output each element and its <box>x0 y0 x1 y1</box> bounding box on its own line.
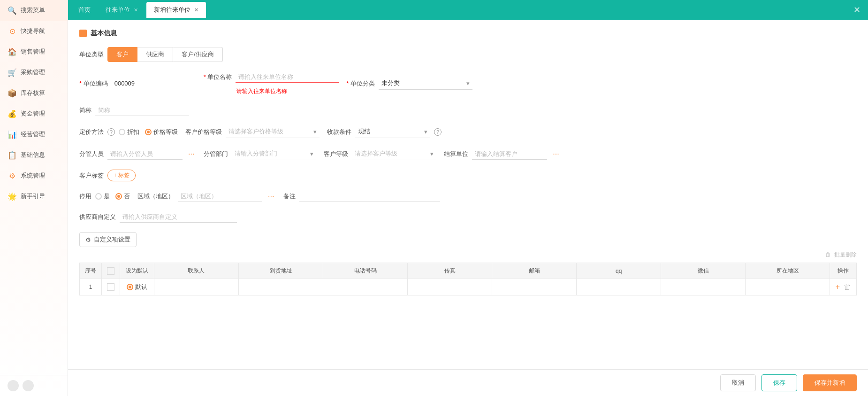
pricing-row: 定价方法 ? 折扣 价格等级 客户价格等级 请选择客户价格等级 <box>79 125 857 138</box>
select-all-checkbox[interactable] <box>107 267 114 275</box>
row-phone-input[interactable] <box>328 284 403 290</box>
settlement-input[interactable] <box>472 148 547 160</box>
custom-settings-button[interactable]: ⚙ 自定义项设置 <box>79 232 137 247</box>
unit-category-select[interactable]: 未分类 ▾ <box>379 77 472 90</box>
sidebar-item-finance[interactable]: 💰 资金管理 <box>0 103 68 124</box>
row-qq-input[interactable] <box>581 284 656 290</box>
row-default-label: 默认 <box>135 283 147 291</box>
abbr-input[interactable] <box>95 105 189 116</box>
search-icon: 🔍 <box>8 6 17 15</box>
row-email[interactable] <box>492 279 577 295</box>
pricing-radio-level[interactable]: 价格等级 <box>145 128 178 136</box>
tab-partners-label: 往来单位 <box>106 6 130 14</box>
sidebar-item-newbie[interactable]: 🌟 新手引导 <box>0 186 68 207</box>
pricing-radio-discount[interactable]: 折扣 <box>119 128 139 136</box>
type-btn-both[interactable]: 客户/供应商 <box>173 47 223 62</box>
sidebar-item-basic[interactable]: 📋 基础信息 <box>0 145 68 165</box>
disabled-row: 停用 是 否 区域（地区） ··· <box>79 191 857 202</box>
tab-partners-close[interactable]: ✕ <box>134 7 138 13</box>
type-btn-supplier[interactable]: 供应商 <box>137 47 173 62</box>
row-address[interactable] <box>239 279 323 295</box>
row-phone[interactable] <box>323 279 408 295</box>
basic-icon: 📋 <box>8 150 17 160</box>
tag-field: 客户标签 + 标签 <box>79 170 136 181</box>
payment-select[interactable]: 现结 ▾ <box>355 125 430 138</box>
tab-bar-close-all[interactable]: ✕ <box>850 5 864 15</box>
type-btn-customer[interactable]: 客户 <box>107 47 137 62</box>
row-contact[interactable] <box>154 279 238 295</box>
user-avatar <box>8 380 19 391</box>
notification-icon <box>23 380 34 391</box>
price-level-select[interactable]: 请选择客户价格等级 ▾ <box>226 125 320 138</box>
row-contact-input[interactable] <box>159 284 234 290</box>
sidebar-label-shortcut: 快捷导航 <box>21 27 45 35</box>
row-location-input[interactable] <box>750 284 825 290</box>
tab-new-partner-close[interactable]: ✕ <box>194 7 198 13</box>
manager-more-icon[interactable]: ··· <box>186 150 196 158</box>
row-seq: 1 <box>80 279 102 295</box>
manager-label: 分管人员 <box>79 150 104 158</box>
manager-row: 分管人员 ··· 分管部门 请输入分管部门 ▾ 客户等级 请选择客户等级 ▾ <box>79 148 857 160</box>
sidebar-item-purchase[interactable]: 🛒 采购管理 <box>0 62 68 83</box>
batch-delete-label[interactable]: 批量删除 <box>834 251 857 258</box>
row-delete-icon[interactable]: 🗑 <box>844 283 851 291</box>
customer-level-select[interactable]: 请选择客户等级 ▾ <box>352 148 436 160</box>
unit-code-input[interactable] <box>112 78 196 89</box>
row-default-circle <box>127 284 133 290</box>
unit-name-input[interactable] <box>236 71 339 83</box>
region-input[interactable] <box>178 191 262 202</box>
disabled-no[interactable]: 否 <box>115 192 130 201</box>
row-default-radio[interactable]: 默认 <box>125 283 149 291</box>
sidebar-item-sales[interactable]: 🏠 销售管理 <box>0 41 68 62</box>
row-wechat-input[interactable] <box>666 284 740 290</box>
save-new-button[interactable]: 保存并新增 <box>803 374 857 391</box>
dept-select[interactable]: 请输入分管部门 ▾ <box>232 148 316 160</box>
dept-label: 分管部门 <box>204 150 228 158</box>
row-wechat[interactable] <box>661 279 746 295</box>
sidebar-item-search[interactable]: 🔍 搜索菜单 <box>0 0 68 21</box>
row-qq[interactable] <box>577 279 661 295</box>
supplier-custom-label: 供应商自定义 <box>79 213 116 221</box>
save-button[interactable]: 保存 <box>761 374 797 391</box>
sidebar-item-inventory[interactable]: 📦 库存核算 <box>0 83 68 103</box>
tab-partners[interactable]: 往来单位 ✕ <box>98 2 145 18</box>
row-fax[interactable] <box>408 279 492 295</box>
unit-type-label: 单位类型 <box>79 50 104 59</box>
row-address-input[interactable] <box>244 284 318 290</box>
tag-row: 客户标签 + 标签 <box>79 170 857 181</box>
sidebar-item-operation[interactable]: 📊 经营管理 <box>0 124 68 145</box>
tab-home-label: 首页 <box>78 6 91 14</box>
unit-code-label: 单位编码 <box>79 79 108 88</box>
disabled-yes[interactable]: 是 <box>95 192 110 201</box>
row-checkbox-input[interactable] <box>107 283 114 291</box>
row-location[interactable] <box>746 279 830 295</box>
supplier-custom-row: 供应商自定义 <box>79 211 857 223</box>
price-level-label: 客户价格等级 <box>185 128 222 136</box>
code-name-category-row: 单位编码 单位名称 请输入往来单位名称 单位分类 未分类 ▾ <box>79 71 857 95</box>
sales-icon: 🏠 <box>8 47 17 56</box>
supplier-custom-input[interactable] <box>120 211 237 223</box>
row-fax-input[interactable] <box>412 284 487 290</box>
disabled-field: 停用 是 否 <box>79 192 130 201</box>
sidebar-item-system[interactable]: ⚙ 系统管理 <box>0 165 68 186</box>
cancel-button[interactable]: 取消 <box>720 374 756 391</box>
pricing-help-icon[interactable]: ? <box>107 128 115 136</box>
tab-home[interactable]: 首页 <box>72 2 97 18</box>
settlement-more-icon[interactable]: ··· <box>551 150 561 158</box>
system-icon: ⚙ <box>8 171 17 180</box>
payment-help-icon[interactable]: ? <box>434 128 442 136</box>
payment-chevron: ▾ <box>424 128 427 135</box>
tab-new-partner[interactable]: 新增往来单位 ✕ <box>146 2 206 18</box>
sidebar-item-shortcut[interactable]: ⊙ 快捷导航 <box>0 21 68 41</box>
unit-type-field: 单位类型 客户 供应商 客户/供应商 <box>79 47 223 62</box>
radio-discount-circle <box>119 129 125 135</box>
col-contact: 联系人 <box>154 263 238 279</box>
row-email-input[interactable] <box>497 284 571 290</box>
region-more-icon[interactable]: ··· <box>266 192 276 201</box>
manager-input[interactable] <box>107 148 183 160</box>
row-add-icon[interactable]: + <box>836 283 840 291</box>
col-phone: 电话号码 <box>323 263 408 279</box>
unit-name-label: 单位名称 <box>204 73 232 81</box>
add-tag-button[interactable]: + 标签 <box>107 170 136 181</box>
remarks-input[interactable] <box>299 191 440 202</box>
